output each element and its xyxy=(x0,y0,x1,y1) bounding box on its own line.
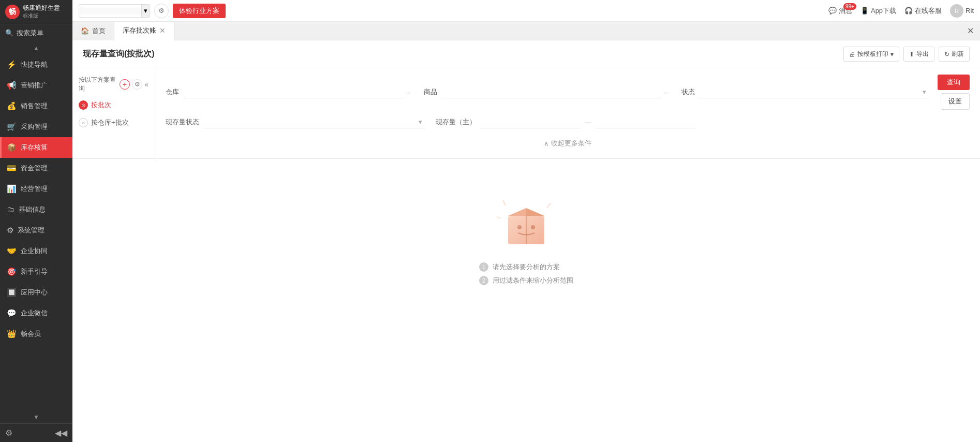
tab-close-icon[interactable]: ✕ xyxy=(159,26,166,35)
query-btn[interactable]: 查询 xyxy=(938,75,970,90)
stock-main-to-input[interactable] xyxy=(596,116,696,128)
warehouse-label: 仓库 xyxy=(166,87,179,97)
sidebar-item-label: 畅会员 xyxy=(21,329,41,338)
inventory-icon: 📦 xyxy=(7,143,17,152)
collapse-icon: ∧ xyxy=(544,140,549,148)
sidebar-item-purchase[interactable]: 🛒 采购管理 xyxy=(0,116,72,137)
home-icon: 🏠 xyxy=(81,27,89,35)
online-service-btn[interactable]: 🎧 在线客服 xyxy=(904,6,942,16)
empty-icon xyxy=(495,190,557,252)
experience-btn[interactable]: 体验行业方案 xyxy=(173,4,226,18)
sidebar-item-label: 库存核算 xyxy=(21,143,48,152)
print-dropdown-icon: ▾ xyxy=(890,51,894,58)
msg-btn[interactable]: 💬 消息 99+ xyxy=(828,6,852,16)
scheme-item-batch[interactable]: ⊙ 按批次 xyxy=(72,96,155,114)
stock-status-select[interactable]: ▾ xyxy=(203,116,425,128)
main-filter: 仓库 ··· 商品 ··· 状态 xyxy=(155,68,980,158)
sidebar-item-quicknav[interactable]: ⚡ 快捷导航 xyxy=(0,54,72,75)
status-select[interactable]: ▾ xyxy=(699,86,929,98)
scheme-header-label: 按以下方案查询 xyxy=(79,76,120,93)
logo-icon: 畅 xyxy=(5,5,20,19)
stock-main-filter-field: 现存量（主） — xyxy=(436,116,695,128)
app-download-label: App下载 xyxy=(871,6,896,16)
tab-inventory-batch[interactable]: 库存批次账 ✕ xyxy=(114,22,174,40)
username-label: Rit xyxy=(966,7,974,14)
newguide-icon: 🎯 xyxy=(7,267,17,276)
goods-filter-field: 商品 ··· xyxy=(424,86,672,98)
sidebar-item-finance[interactable]: 💳 资金管理 xyxy=(0,158,72,179)
search-menu-label: 搜索菜单 xyxy=(17,28,43,38)
sidebar-settings-btn[interactable]: ⚙ xyxy=(5,428,12,438)
sidebar-scroll-down[interactable]: ▼ xyxy=(0,411,72,423)
content-area: 🏠 首页 库存批次账 ✕ ✕ 现存量查询(按批次) 🖨 按模板打印 ▾ xyxy=(72,22,980,442)
sidebar-item-sales[interactable]: 💰 销售管理 xyxy=(0,96,72,116)
scheme-item-icon-batch: ⊙ xyxy=(79,100,88,110)
export-btn[interactable]: ⬆ 导出 xyxy=(903,47,934,62)
page-content: 现存量查询(按批次) 🖨 按模板打印 ▾ ⬆ 导出 ↻ 刷新 xyxy=(72,40,980,442)
page-title: 现存量查询(按批次) xyxy=(83,49,155,60)
refresh-btn[interactable]: ↻ 刷新 xyxy=(939,47,970,62)
sidebar-item-marketing[interactable]: 📢 营销推广 xyxy=(0,75,72,96)
sidebar-scroll-up[interactable]: ▲ xyxy=(0,42,72,54)
sidebar-item-label: 资金管理 xyxy=(21,164,48,173)
sidebar-collapse-btn[interactable]: ◀◀ xyxy=(55,428,67,438)
logo-text-group: 畅康通好生意 标准版 xyxy=(23,4,60,20)
warehouse-input[interactable] xyxy=(183,86,404,98)
sidebar-item-wechat[interactable]: 💬 企业微信 xyxy=(0,303,72,323)
tab-home[interactable]: 🏠 首页 xyxy=(72,22,114,40)
empty-tips: 1 请先选择要分析的方案 2 用过滤条件来缩小分析范围 xyxy=(479,262,573,285)
user-menu-btn[interactable]: R Rit xyxy=(950,4,974,18)
main: ▾ ⚙ 体验行业方案 💬 消息 99+ 📱 App下载 🎧 在线客服 R Rit xyxy=(72,0,980,442)
phone-icon: 📱 xyxy=(860,7,869,14)
app-download-btn[interactable]: 📱 App下载 xyxy=(860,6,896,16)
stock-status-dropdown-icon: ▾ xyxy=(419,118,422,126)
marketing-icon: 📢 xyxy=(7,81,17,90)
scheme-item-label-wb: 按仓库+批次 xyxy=(91,118,129,127)
sidebar-item-ops[interactable]: 📊 经营管理 xyxy=(0,179,72,199)
goods-input[interactable] xyxy=(441,86,662,98)
stock-status-filter-field: 现存量状态 ▾ xyxy=(166,116,425,128)
scheme-manage-btn[interactable]: ⚙ xyxy=(132,79,142,90)
refresh-icon: ↻ xyxy=(944,51,949,58)
print-icon: 🖨 xyxy=(849,51,855,58)
search-menu-item[interactable]: 🔍 搜索菜单 xyxy=(0,24,72,42)
sidebar-item-inventory[interactable]: 📦 库存核算 xyxy=(0,137,72,158)
scheme-collapse-btn[interactable]: « xyxy=(144,80,149,89)
search-input[interactable] xyxy=(79,7,141,14)
sidebar-item-newguide[interactable]: 🎯 新手引导 xyxy=(0,261,72,282)
sidebar-item-basic[interactable]: 🗂 基础信息 xyxy=(0,199,72,220)
goods-more-icon[interactable]: ··· xyxy=(662,89,672,96)
goods-label: 商品 xyxy=(424,87,437,97)
stock-status-label: 现存量状态 xyxy=(166,117,199,127)
tab-home-label: 首页 xyxy=(92,26,106,36)
topbar-gear-btn[interactable]: ⚙ xyxy=(154,4,169,18)
tip-num-2: 2 xyxy=(479,276,488,285)
quicknav-icon: ⚡ xyxy=(7,60,17,69)
export-icon: ⬆ xyxy=(909,51,914,58)
tip-text-1: 请先选择要分析的方案 xyxy=(493,262,560,272)
sidebar-item-system[interactable]: ⚙ 系统管理 xyxy=(0,220,72,241)
msg-badge: 99+ xyxy=(843,3,856,10)
sidebar-item-label: 采购管理 xyxy=(21,122,48,131)
tab-right-close-btn[interactable]: ✕ xyxy=(961,26,980,36)
sidebar-item-corp[interactable]: 🤝 企业协同 xyxy=(0,241,72,261)
sidebar-item-member[interactable]: 👑 畅会员 xyxy=(0,323,72,344)
gear-small-icon: ⚙ xyxy=(135,81,140,88)
collapse-more-btn[interactable]: ∧ 收起更多条件 xyxy=(166,135,970,152)
search-dropdown-btn[interactable]: ▾ xyxy=(141,5,150,17)
sidebar-item-label: 企业微信 xyxy=(21,308,48,318)
sidebar: 畅 畅康通好生意 标准版 🔍 搜索菜单 ▲ ⚡ 快捷导航 📢 营销推广 💰 销售… xyxy=(0,0,72,442)
sidebar-item-appstore[interactable]: 🔲 应用中心 xyxy=(0,282,72,303)
print-btn[interactable]: 🖨 按模板打印 ▾ xyxy=(843,47,899,62)
tip-text-2: 用过滤条件来缩小分析范围 xyxy=(493,276,573,285)
scheme-sidebar: 按以下方案查询 + ⚙ « ⊙ 按批次 xyxy=(72,68,155,158)
svg-marker-2 xyxy=(526,208,544,216)
scheme-add-btn[interactable]: + xyxy=(120,79,130,90)
settings-btn[interactable]: 设置 xyxy=(941,93,970,110)
sidebar-bottom: ⚙ ◀◀ xyxy=(0,423,72,442)
avatar: R xyxy=(950,4,963,18)
svg-marker-1 xyxy=(508,208,526,216)
scheme-item-warehouse-batch[interactable]: ○ 按仓库+批次 xyxy=(72,114,155,131)
stock-main-from-input[interactable] xyxy=(480,116,581,128)
warehouse-more-icon[interactable]: ··· xyxy=(404,89,413,96)
